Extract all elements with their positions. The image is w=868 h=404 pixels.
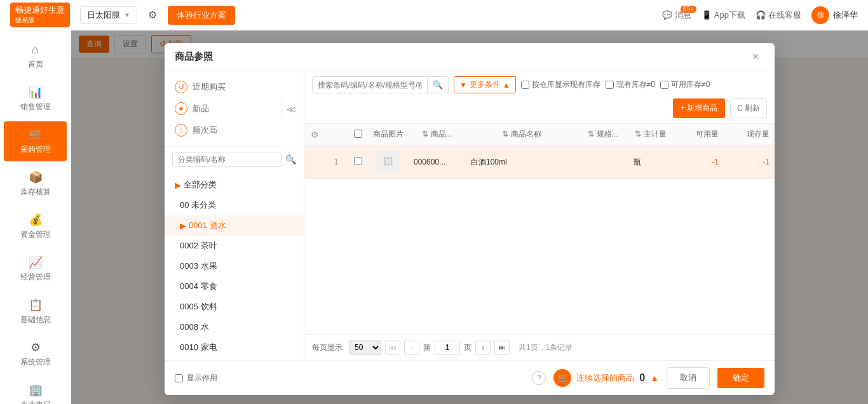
filter-warehouse-check[interactable]: 按仓库显示现有库存 [521, 79, 600, 90]
modal-title: 商品参照 [175, 51, 747, 63]
col-settings-header: ⚙ [304, 124, 325, 145]
row-image-cell: 🖼 [368, 145, 409, 179]
classify-search-button[interactable]: 🔍 [285, 154, 296, 165]
product-search-input[interactable] [313, 77, 427, 93]
modal-close-button[interactable]: × [747, 48, 764, 66]
page-prev-button[interactable]: ‹ [404, 340, 419, 355]
page-first-button[interactable]: ⏮ [385, 340, 400, 355]
per-page-label: 每页显示 [312, 342, 342, 353]
user-menu[interactable]: 徐 徐泽华 [811, 6, 858, 24]
filter-up-icon: ▲ [503, 81, 510, 90]
page-last-button[interactable]: ⏭ [494, 340, 510, 355]
classify-item-0001[interactable]: ▶ 0001 酒水 [165, 215, 304, 236]
frequent-icon: ☆ [175, 124, 187, 137]
operations-icon: 📈 [29, 255, 43, 269]
sidebar-item-basic[interactable]: 📋 基础信息 [4, 292, 67, 332]
tab-recent-label: 近期购买 [193, 81, 226, 93]
product-search-button[interactable]: 🔍 [427, 77, 448, 93]
nav-selector[interactable]: 日太阳膜 ▼ [80, 6, 137, 24]
sidebar-label-sales: 销售管理 [20, 102, 51, 112]
basic-icon: 📋 [29, 298, 43, 312]
classify-item-0008[interactable]: 0008 水 [165, 317, 304, 337]
collapse-cart-icon[interactable]: ▲ [650, 373, 659, 383]
expand-all-icon: ▶ [175, 180, 181, 190]
table-row[interactable]: 1 🖼 00 [304, 145, 775, 179]
page-next-button[interactable]: › [475, 340, 491, 355]
sidebar-label-purchase: 采购管理 [20, 144, 51, 155]
left-panel-tabs: ↺ 近期购买 ★ 新品 ☆ 频次高 [165, 71, 281, 147]
collapse-panel-button[interactable]: ≪ [281, 99, 301, 119]
product-search-box: 🔍 [312, 76, 449, 93]
show-disabled-label[interactable]: 显示停用 [175, 373, 217, 384]
tab-frequent[interactable]: ☆ 频次高 [165, 119, 281, 141]
sidebar-item-purchase[interactable]: 🛒 采购管理 [4, 121, 67, 161]
filter-bar: 🔍 ▼ 更多条件 ▲ 按仓库显示现有库存 [304, 71, 775, 124]
classify-0005-label: 0005 饮料 [180, 301, 217, 313]
content-area: 查询 设置 ↺ 刷新 商品参照 × [71, 30, 868, 404]
cart-count: 0 [639, 372, 645, 384]
available-checkbox[interactable] [606, 81, 614, 89]
topbar-right: 💬 消息 99+ 📱 App下载 🎧 在线客服 徐 徐泽华 [662, 6, 858, 24]
tab-new-label: 新品 [193, 103, 209, 114]
page-label: 第 [423, 342, 431, 353]
show-disabled-checkbox[interactable] [175, 374, 183, 382]
inventory-icon: 📦 [29, 170, 43, 184]
add-product-button[interactable]: + 新增商品 [673, 98, 725, 118]
page-number-input[interactable] [435, 340, 460, 355]
left-panel: ↺ 近期购买 ★ 新品 ☆ 频次高 [165, 71, 304, 360]
classify-item-0005[interactable]: 0005 饮料 [165, 297, 304, 317]
refresh-button[interactable]: C 刷新 [730, 98, 767, 118]
page-size-select[interactable]: 50 20 100 200 [349, 340, 381, 355]
online-service-button[interactable]: 🎧 在线客服 [756, 10, 801, 21]
logo[interactable]: 畅捷通好生意 捷易版 [10, 3, 70, 27]
col-stock-header: 现存量 [724, 124, 775, 145]
tab-new[interactable]: ★ 新品 [165, 98, 281, 119]
row-checkbox[interactable] [354, 157, 362, 165]
notifications-button[interactable]: 💬 消息 99+ [662, 10, 691, 21]
table-settings-icon[interactable]: ⚙ [311, 130, 319, 140]
experience-button[interactable]: 体验行业方案 [168, 6, 235, 25]
col-name-header[interactable]: ⇅ 商品名称 [466, 124, 578, 145]
classify-item-0002[interactable]: 0002 茶叶 [165, 236, 304, 256]
warehouse-checkbox[interactable] [521, 81, 529, 89]
sidebar-item-home[interactable]: ⌂ 首页 [4, 37, 67, 76]
row-settings-cell [304, 145, 325, 179]
row-unit-cell: 瓶 [628, 145, 673, 179]
filter-available-check[interactable]: 现有库存≠0 [606, 79, 655, 90]
col-unit-header[interactable]: ⇅ 主计量 [628, 124, 673, 145]
logo-text: 畅捷通好生意 [15, 5, 65, 16]
help-icon[interactable]: ? [532, 371, 546, 385]
col-code-header[interactable]: ⇅ 商品... [409, 124, 466, 145]
classify-search-area: 🔍 [165, 147, 304, 172]
sidebar-item-enterprise[interactable]: 🏢 企业协同 [4, 377, 67, 404]
sidebar-item-sales[interactable]: 📊 销售管理 [4, 79, 67, 119]
sidebar-item-operations[interactable]: 📈 经营管理 [4, 249, 67, 289]
expand-0001-icon: ▶ [180, 221, 186, 231]
usable-checkbox[interactable] [660, 81, 668, 89]
cart-area[interactable]: 🛒 连续选择的商品 0 ▲ [553, 369, 659, 387]
product-table: ⚙ 商品图片 [304, 124, 775, 179]
action-buttons: + 新增商品 C 刷新 [673, 98, 767, 118]
sidebar-item-inventory[interactable]: 📦 库存核算 [4, 164, 67, 204]
sidebar-item-finance[interactable]: 💰 资金管理 [4, 206, 67, 246]
classify-item-0004[interactable]: 0004 零食 [165, 276, 304, 297]
classify-item-0010[interactable]: 0010 家电 [165, 337, 304, 358]
classify-item-00[interactable]: 00 未分类 [165, 195, 304, 215]
classify-item-all[interactable]: ▶ 全部分类 [165, 175, 304, 195]
cancel-button[interactable]: 取消 [667, 367, 710, 389]
select-all-checkbox[interactable] [354, 130, 362, 138]
settings-button[interactable]: ⚙ [142, 5, 163, 25]
classify-item-0003[interactable]: 0003 水果 [165, 256, 304, 276]
classify-search-input[interactable] [172, 152, 281, 167]
tab-recent[interactable]: ↺ 近期购买 [165, 76, 281, 98]
sidebar-item-system[interactable]: ⚙ 系统管理 [4, 334, 67, 374]
more-filters-button[interactable]: ▼ 更多条件 ▲ [454, 76, 516, 93]
modal-overlay: 商品参照 × ↺ 近期购买 [71, 30, 868, 404]
filter-usable-check[interactable]: 可用库存≠0 [660, 79, 710, 90]
confirm-button[interactable]: 确定 [717, 368, 764, 388]
col-spec-header[interactable]: ⇅ 规格... [578, 124, 628, 145]
app-download-button[interactable]: 📱 App下载 [702, 10, 745, 21]
col-available-header[interactable]: 可用量 [673, 124, 724, 145]
sidebar-label-home: 首页 [28, 59, 43, 70]
modal-body: ↺ 近期购买 ★ 新品 ☆ 频次高 [165, 71, 775, 360]
